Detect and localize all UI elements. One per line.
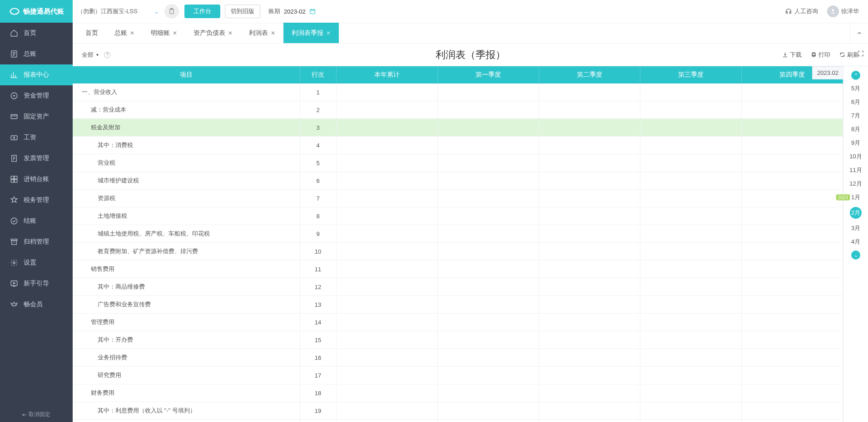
table-row[interactable]: 资源税7 xyxy=(73,190,843,207)
period-month[interactable]: 12月 xyxy=(843,177,868,191)
sidebar-item-report[interactable]: 报表中心 xyxy=(0,64,73,85)
period-month[interactable]: 7月 xyxy=(843,109,868,123)
table-row[interactable]: 研究费用17 xyxy=(73,367,843,384)
sidebar-item-label: 新手引导 xyxy=(24,280,49,288)
row-label: 其中：消费税 xyxy=(73,137,300,154)
row-value xyxy=(741,207,843,225)
period-month[interactable]: 3月 xyxy=(843,221,868,235)
support-link[interactable]: 人工咨询 xyxy=(785,7,818,15)
period-month[interactable]: 4月 xyxy=(843,235,868,249)
table-row[interactable]: 管理费用14 xyxy=(73,314,843,331)
row-label: 管理费用 xyxy=(73,314,300,331)
period-up-button[interactable]: ⌃ xyxy=(851,71,860,80)
period-month[interactable]: 10月 xyxy=(843,150,868,163)
sidebar-item-asset[interactable]: 固定资产 xyxy=(0,106,73,127)
table-row[interactable]: 销售费用11 xyxy=(73,260,843,278)
period-month[interactable]: 20231月 xyxy=(843,191,868,204)
row-number: 11 xyxy=(300,260,336,278)
sidebar-item-invoice[interactable]: 发票管理 xyxy=(0,148,73,169)
table-row[interactable]: 土地增值税8 xyxy=(73,207,843,225)
tab-0[interactable]: 首页 xyxy=(77,23,106,43)
period-month[interactable]: 9月 xyxy=(843,136,868,150)
table-row[interactable]: 业务招待费16 xyxy=(73,349,843,367)
table-row[interactable]: 广告费和业务宣传费13 xyxy=(73,296,843,314)
row-number: 4 xyxy=(300,137,336,154)
table-row[interactable]: 营业税5 xyxy=(73,154,843,172)
svg-point-3 xyxy=(832,9,834,11)
calendar-icon[interactable] xyxy=(309,8,316,15)
close-icon[interactable]: ✕ xyxy=(228,30,233,36)
sidebar-item-tax[interactable]: 税务管理 xyxy=(0,190,73,211)
refresh-button[interactable]: 刷新 xyxy=(839,51,859,59)
sidebar-item-archive[interactable]: 归档管理 xyxy=(0,231,73,252)
table-row[interactable]: 教育费附加、矿产资源补偿费、排污费10 xyxy=(73,243,843,260)
sidebar-item-label: 总账 xyxy=(24,50,36,58)
period-date-picker[interactable]: 2023-02 xyxy=(284,8,306,15)
tab-4[interactable]: 利润表✕ xyxy=(241,23,283,43)
fullscreen-button[interactable] xyxy=(857,50,864,59)
close-icon[interactable]: ✕ xyxy=(130,30,134,36)
sidebar-item-close[interactable]: 结账 xyxy=(0,211,73,231)
svg-rect-12 xyxy=(11,180,14,182)
row-value xyxy=(741,154,843,172)
sidebar-item-stock[interactable]: 进销台账 xyxy=(0,169,73,190)
row-value xyxy=(437,402,539,420)
help-icon[interactable]: ? xyxy=(104,52,110,58)
sidebar-item-settings[interactable]: 设置 xyxy=(0,252,73,273)
filter-dropdown[interactable]: 全部 ▾ ? xyxy=(82,51,110,59)
table-row[interactable]: 其中：商品维修费12 xyxy=(73,278,843,296)
table-row[interactable]: 财务费用18 xyxy=(73,384,843,402)
period-month[interactable]: 6月 xyxy=(843,95,868,109)
table-row[interactable]: 一、营业收入1 xyxy=(73,83,843,101)
period-month[interactable]: 11月 xyxy=(843,163,868,177)
stock-icon xyxy=(10,175,18,183)
close-icon[interactable]: ✕ xyxy=(173,30,177,36)
row-number: 17 xyxy=(300,367,336,384)
svg-rect-16 xyxy=(12,240,17,245)
row-value xyxy=(539,190,640,207)
period-label: 账期 xyxy=(268,7,280,15)
period-month[interactable]: 2月 xyxy=(843,204,868,221)
tab-collapse-button[interactable] xyxy=(850,23,868,43)
table-row[interactable]: 其中：开办费15 xyxy=(73,331,843,349)
tab-3[interactable]: 资产负债表✕ xyxy=(185,23,241,43)
switch-old-button[interactable]: 切到旧版 xyxy=(225,5,260,18)
workbench-button[interactable]: 工作台 xyxy=(184,5,220,18)
close-icon[interactable]: ✕ xyxy=(326,30,331,36)
table-row[interactable]: 城镇土地使用税、房产税、车船税、印花税9 xyxy=(73,225,843,243)
sidebar-item-home[interactable]: 首页 xyxy=(0,23,73,44)
clipboard-button[interactable] xyxy=(164,4,179,19)
tab-1[interactable]: 总账✕ xyxy=(106,23,143,43)
sidebar-item-funds[interactable]: 资金管理 xyxy=(0,85,73,106)
tab-2[interactable]: 明细账✕ xyxy=(143,23,185,43)
sidebar-item-vip[interactable]: 畅会员 xyxy=(0,294,73,315)
period-month[interactable]: 5月 xyxy=(843,82,868,95)
table-row[interactable]: 加：投资收益20 xyxy=(73,420,843,422)
sidebar-item-salary[interactable]: 工资 xyxy=(0,127,73,148)
table-row[interactable]: 税金及附加3 xyxy=(73,119,843,137)
tab-5[interactable]: 利润表季报✕ xyxy=(283,23,339,43)
table-row[interactable]: 其中：消费税4 xyxy=(73,137,843,154)
svg-point-17 xyxy=(13,262,15,264)
sidebar-item-guide[interactable]: 新手引导 xyxy=(0,273,73,294)
table-row[interactable]: 城市维护建设税6 xyxy=(73,172,843,190)
svg-point-14 xyxy=(11,218,17,224)
row-label: 城市维护建设税 xyxy=(73,172,300,190)
sidebar-item-label: 报表中心 xyxy=(24,71,49,79)
download-button[interactable]: 下载 xyxy=(782,51,802,59)
print-icon xyxy=(811,52,817,58)
print-button[interactable]: 打印 xyxy=(811,51,830,59)
brand-logo: 畅捷通易代账 xyxy=(0,0,73,23)
table-row[interactable]: 减：营业成本2 xyxy=(73,101,843,119)
company-selector[interactable]: （勿删）江西服宝-LSS ⌄ xyxy=(77,7,159,15)
period-down-button[interactable]: ⌄ xyxy=(851,250,860,260)
row-value xyxy=(336,278,437,296)
close-icon[interactable]: ✕ xyxy=(271,30,275,36)
table-row[interactable]: 其中：利息费用（收入以 "-" 号填列）19 xyxy=(73,402,843,420)
row-value xyxy=(640,384,741,402)
user-menu[interactable]: 徐泽华 xyxy=(827,5,859,17)
sidebar-item-ledger[interactable]: 总账 xyxy=(0,44,73,64)
period-month[interactable]: 8月 xyxy=(843,123,868,136)
unpin-sidebar[interactable]: ⇤取消固定 xyxy=(0,407,73,422)
row-label: 减：营业成本 xyxy=(73,101,300,119)
